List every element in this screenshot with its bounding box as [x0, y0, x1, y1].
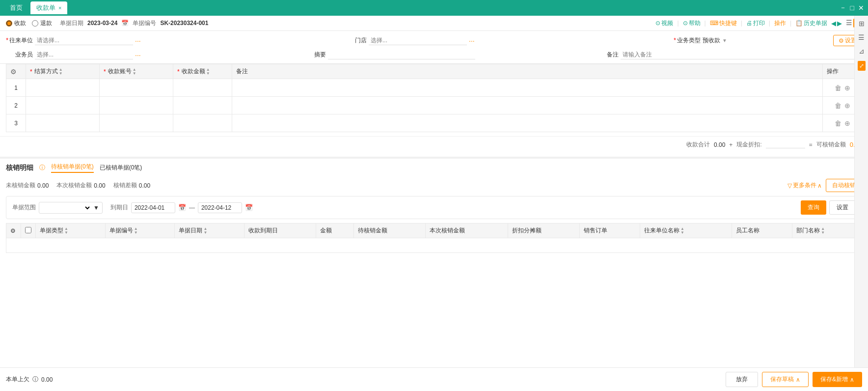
- summary-input[interactable]: [328, 50, 475, 59]
- business-type-select[interactable]: 预收款 ▼: [703, 36, 761, 45]
- counterparty-input[interactable]: [35, 36, 133, 45]
- account-cell-3[interactable]: [100, 114, 173, 132]
- copy-icon-1[interactable]: ⊕: [844, 84, 850, 92]
- verify-info-icon[interactable]: ⓘ: [39, 164, 45, 172]
- doc-number-label: 单据编号: [133, 19, 156, 28]
- range-select-input[interactable]: [42, 204, 91, 212]
- salesperson-input[interactable]: [35, 50, 133, 59]
- radio-receipt-input[interactable]: [6, 20, 12, 27]
- range-select[interactable]: ▼: [39, 202, 103, 214]
- business-type-value: 预收款: [703, 36, 720, 45]
- radio-refund-input[interactable]: [32, 20, 38, 27]
- pending-tab[interactable]: 待核销单据(0笔): [51, 163, 94, 173]
- table-row: 2 🗑 ⊕: [6, 97, 862, 114]
- note-input[interactable]: [621, 50, 862, 59]
- account-cell-1[interactable]: [100, 79, 173, 97]
- minimize-icon[interactable]: －: [840, 3, 846, 12]
- counterparty-label: *往来单位: [6, 36, 33, 45]
- salesperson-label: 业务员: [6, 51, 33, 59]
- radio-receipt[interactable]: 收款: [6, 19, 26, 28]
- filter-settings-btn[interactable]: 设置: [829, 200, 856, 215]
- history-btn[interactable]: 📋 历史单据: [795, 19, 827, 28]
- current-icon[interactable]: ⓘ: [32, 375, 38, 384]
- delete-icon-1[interactable]: 🗑: [835, 84, 841, 92]
- completed-tab[interactable]: 已核销单据(0笔): [100, 164, 142, 172]
- copy-icon-3[interactable]: ⊕: [844, 119, 850, 127]
- th-current-amount: 本次核销金额: [426, 223, 508, 238]
- store-field: 门店 ···: [340, 36, 651, 45]
- shortcut-btn[interactable]: ⌨ 快捷键: [710, 19, 737, 28]
- close-icon[interactable]: ✕: [858, 4, 864, 12]
- amount-cell-3[interactable]: [173, 114, 232, 132]
- tab-home[interactable]: 首页: [4, 1, 28, 14]
- chevron-up-icon: ∧: [817, 182, 822, 189]
- help-btn[interactable]: ⊙ 帮助: [683, 19, 701, 28]
- th-note: 备注: [232, 64, 823, 79]
- doc-number-value: SK-20230324-001: [160, 20, 208, 27]
- sidebar-expand-icon[interactable]: ⤢: [858, 61, 866, 71]
- delete-icon-3[interactable]: 🗑: [835, 119, 841, 127]
- payment-cell-2[interactable]: [26, 97, 100, 114]
- sidebar-link-icon[interactable]: ⊿: [859, 47, 865, 55]
- more-conditions-btn[interactable]: ▽ 更多条件 ∧: [787, 181, 822, 190]
- payment-cell-3[interactable]: [26, 114, 100, 132]
- maximize-icon[interactable]: □: [850, 4, 854, 12]
- delete-icon-2[interactable]: 🗑: [835, 102, 841, 110]
- list-view-icon[interactable]: ☰: [846, 19, 852, 28]
- unchecked-value: 0.00: [37, 182, 49, 189]
- th-sales-order: 销售订单: [580, 223, 640, 238]
- total-label: 收款合计: [686, 140, 710, 149]
- th-doc-date: 单据日期 ▲▼: [175, 223, 244, 238]
- filter-row: 单据范围 ▼ 到期日 📅 — 📅 查询: [6, 196, 862, 219]
- tab-bar-right: － □ ✕: [840, 3, 864, 12]
- note-cell-1[interactable]: [232, 79, 823, 97]
- counterparty-field: *往来单位 ···: [6, 36, 317, 45]
- radio-refund[interactable]: 退款: [32, 19, 52, 28]
- tab-active[interactable]: 收款单 ×: [30, 1, 67, 14]
- calendar-icon[interactable]: 📅: [121, 20, 129, 27]
- settings-gear-icon[interactable]: ⚙: [10, 227, 16, 234]
- cal-to-icon[interactable]: 📅: [245, 204, 253, 211]
- save-new-btn[interactable]: 保存&新增 ∧: [813, 372, 862, 387]
- account-cell-2[interactable]: [100, 97, 173, 114]
- store-more-btn[interactable]: ···: [469, 37, 475, 45]
- nav-prev[interactable]: ◀: [831, 20, 836, 27]
- nav-next[interactable]: ▶: [837, 20, 842, 27]
- right-sidebar: ⊞ ☰ ⊿ ⤢: [854, 16, 868, 391]
- row-num-2: 2: [6, 97, 26, 114]
- current-stat: 本次核销金额 0.00: [56, 181, 105, 190]
- amount-cell-1[interactable]: [173, 79, 232, 97]
- table-gear-icon[interactable]: ⚙: [10, 68, 17, 76]
- amount-cell-2[interactable]: [173, 97, 232, 114]
- payment-cell-1[interactable]: [26, 79, 100, 97]
- table-row: 3 🗑 ⊕: [6, 114, 862, 132]
- note-cell-3[interactable]: [232, 114, 823, 132]
- date-from-input[interactable]: [131, 202, 175, 213]
- note-cell-2[interactable]: [232, 97, 823, 114]
- tab-close-icon[interactable]: ×: [58, 5, 61, 11]
- chevron-down-icon: ▼: [722, 38, 727, 43]
- discard-btn[interactable]: 放弃: [726, 372, 758, 387]
- cal-from-icon[interactable]: 📅: [178, 204, 186, 211]
- video-btn[interactable]: ⊙ 视频: [655, 19, 673, 28]
- operation-btn[interactable]: 操作: [774, 19, 786, 28]
- business-type-label: *业务类型: [674, 36, 701, 45]
- sidebar-table-icon[interactable]: ⊞: [859, 20, 865, 28]
- discount-input[interactable]: [766, 141, 805, 148]
- th-checkbox: ⚙: [6, 223, 21, 238]
- gear-icon: ⚙: [839, 37, 844, 44]
- verify-title: 核销明细: [6, 164, 33, 172]
- select-all-checkbox[interactable]: [25, 227, 31, 233]
- draft-btn[interactable]: 保存草稿 ∧: [762, 372, 809, 387]
- copy-icon-2[interactable]: ⊕: [844, 102, 850, 110]
- print-btn[interactable]: 🖨 打印: [746, 19, 765, 28]
- store-input[interactable]: [369, 36, 467, 45]
- date-to-input[interactable]: [198, 202, 242, 213]
- query-btn[interactable]: 查询: [801, 200, 826, 215]
- counterparty-more-btn[interactable]: ···: [135, 37, 141, 45]
- filter-right: 查询 设置: [801, 200, 856, 215]
- sidebar-doc-icon[interactable]: ☰: [858, 33, 865, 41]
- discount-label: 现金折扣:: [736, 140, 761, 149]
- th-counterparty: 往来单位名称 ▲▼: [640, 223, 732, 238]
- salesperson-more-btn[interactable]: ···: [135, 51, 141, 59]
